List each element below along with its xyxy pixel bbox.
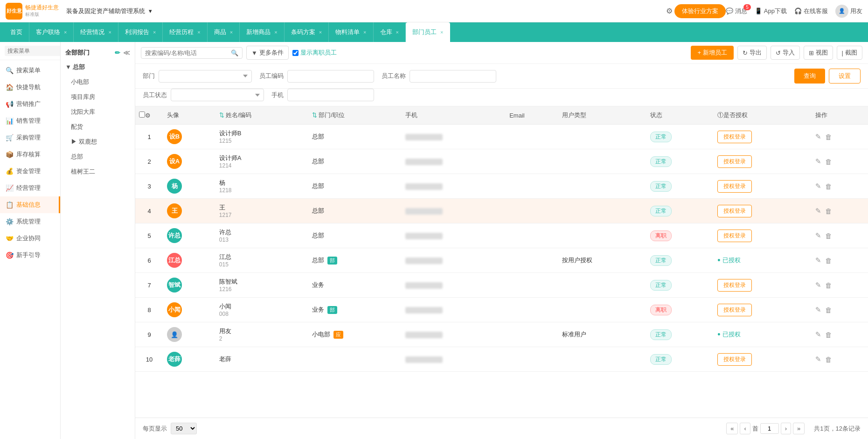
nav-tab[interactable]: 经营情况×: [74, 22, 118, 42]
message-button[interactable]: 💬 消息 5: [726, 7, 747, 15]
filter-code-input[interactable]: [287, 70, 374, 83]
more-button[interactable]: | 截图: [837, 46, 862, 60]
tab-close-icon[interactable]: ×: [197, 29, 200, 35]
edit-icon[interactable]: ✎: [815, 132, 821, 141]
dept-tree-item[interactable]: ▼ 总部: [61, 60, 135, 75]
tab-close-icon[interactable]: ×: [274, 29, 277, 35]
delete-icon[interactable]: 🗑: [825, 158, 832, 166]
delete-icon[interactable]: 🗑: [825, 306, 832, 314]
edit-icon[interactable]: ✎: [815, 330, 821, 339]
delete-icon[interactable]: 🗑: [825, 133, 832, 141]
auth-button[interactable]: 授权登录: [717, 205, 752, 217]
view-button[interactable]: ⊞ 视图: [804, 46, 833, 60]
add-employee-button[interactable]: + 新增员工: [691, 46, 733, 60]
delete-icon[interactable]: 🗑: [825, 281, 832, 289]
nav-tab[interactable]: 经营历程×: [163, 22, 207, 42]
dept-tree-item[interactable]: 项目库房: [61, 90, 135, 105]
nav-tab[interactable]: 仓库×: [374, 22, 406, 42]
more-filters-button[interactable]: ▼ 更多条件: [246, 46, 289, 60]
dept-tree-item[interactable]: 配货: [61, 119, 135, 134]
sidebar-item[interactable]: ⚙️系统管理: [0, 213, 60, 230]
show-resigned-toggle[interactable]: 显示离职员工: [292, 49, 337, 57]
tab-close-icon[interactable]: ×: [440, 29, 443, 35]
settings-icon[interactable]: ⚙: [145, 112, 151, 119]
filter-name-input[interactable]: [410, 70, 496, 83]
per-page-select[interactable]: 50 100: [171, 423, 197, 434]
prev-page-button[interactable]: ‹: [740, 423, 750, 434]
auth-button[interactable]: 授权登录: [717, 180, 752, 193]
filter-dept-select[interactable]: [159, 70, 252, 83]
page-number-input[interactable]: [760, 423, 779, 434]
sidebar-item[interactable]: 🛒采购管理: [0, 129, 60, 146]
auth-button[interactable]: 授权登录: [717, 155, 752, 168]
dept-tree-item[interactable]: 小电部: [61, 75, 135, 90]
sidebar-search-input[interactable]: [5, 46, 61, 56]
next-page-button[interactable]: ›: [781, 423, 791, 434]
auth-button[interactable]: 授权登录: [717, 131, 752, 143]
select-all-checkbox[interactable]: [139, 111, 145, 118]
tab-close-icon[interactable]: ×: [319, 29, 322, 35]
edit-icon[interactable]: ✎: [815, 281, 821, 289]
nav-tab[interactable]: 物料清单×: [329, 22, 373, 42]
sidebar-item[interactable]: 🎯新手引导: [0, 247, 60, 264]
tab-close-icon[interactable]: ×: [230, 29, 233, 35]
sidebar-item[interactable]: 📦库存核算: [0, 146, 60, 163]
import-button[interactable]: ↺ 导入: [771, 46, 800, 60]
delete-icon[interactable]: 🗑: [825, 331, 832, 339]
filter-status-select[interactable]: [171, 89, 264, 101]
delete-icon[interactable]: 🗑: [825, 232, 832, 240]
delete-icon[interactable]: 🗑: [825, 355, 832, 363]
sidebar-item[interactable]: 🤝企业协同: [0, 230, 60, 247]
tab-close-icon[interactable]: ×: [108, 29, 111, 35]
dept-tree-item[interactable]: 总部: [61, 149, 135, 164]
first-page-button[interactable]: «: [726, 423, 738, 434]
edit-icon[interactable]: ✎: [815, 182, 821, 190]
tab-close-icon[interactable]: ×: [396, 29, 399, 35]
sidebar-item[interactable]: 📋基础信息: [0, 196, 60, 213]
nav-tab[interactable]: 部门员工×: [406, 22, 450, 42]
dept-tree-item[interactable]: 沈阳大库: [61, 105, 135, 119]
nav-tab[interactable]: 客户联络×: [29, 22, 74, 42]
filter-phone-input[interactable]: [287, 89, 374, 101]
edit-icon[interactable]: ✎: [815, 231, 821, 240]
dept-collapse-icon[interactable]: ≪: [123, 49, 130, 56]
online-service-button[interactable]: 🎧 在线客服: [794, 7, 828, 15]
delete-icon[interactable]: 🗑: [825, 182, 832, 190]
nav-tab[interactable]: 首页: [4, 22, 29, 42]
edit-icon[interactable]: ✎: [815, 256, 821, 265]
app-download-button[interactable]: 📱 App下载: [755, 7, 787, 15]
search-input[interactable]: [145, 49, 229, 56]
sidebar-item[interactable]: 🔍搜索菜单: [0, 62, 60, 79]
auth-button[interactable]: 授权登录: [717, 304, 752, 316]
nav-tab[interactable]: 商品×: [208, 22, 240, 42]
user-menu[interactable]: 👤 用友: [835, 5, 862, 18]
sidebar-item[interactable]: 💰资金管理: [0, 163, 60, 180]
auth-button[interactable]: 授权登录: [717, 230, 752, 242]
sidebar-item[interactable]: 📊销售管理: [0, 112, 60, 129]
dept-edit-icon[interactable]: ✏: [115, 49, 120, 56]
edit-icon[interactable]: ✎: [815, 355, 821, 363]
auth-button[interactable]: 授权登录: [717, 279, 752, 292]
query-button[interactable]: 查询: [794, 69, 825, 84]
dept-tree-item[interactable]: ▶ 双鹿想: [61, 134, 135, 149]
sidebar-item[interactable]: 🏠快捷导航: [0, 79, 60, 96]
nav-tab[interactable]: 新增商品×: [240, 22, 284, 42]
delete-icon[interactable]: 🗑: [825, 207, 832, 215]
set-button[interactable]: 设置: [829, 69, 861, 84]
edit-icon[interactable]: ✎: [815, 306, 821, 314]
sidebar-item[interactable]: 📢营销推广: [0, 96, 60, 112]
last-page-button[interactable]: »: [793, 423, 805, 434]
delete-icon[interactable]: 🗑: [825, 257, 832, 265]
gear-button[interactable]: ⚙: [664, 5, 674, 17]
tab-close-icon[interactable]: ×: [363, 29, 366, 35]
edit-icon[interactable]: ✎: [815, 207, 821, 215]
trial-button[interactable]: 体验行业方案: [674, 4, 726, 18]
auth-button[interactable]: 授权登录: [717, 353, 752, 366]
export-button[interactable]: ↻ 导出: [737, 46, 767, 60]
sidebar-item[interactable]: 📈经营管理: [0, 180, 60, 196]
edit-icon[interactable]: ✎: [815, 157, 821, 166]
dept-tree-item[interactable]: 植树王二: [61, 164, 135, 179]
tab-close-icon[interactable]: ×: [64, 29, 67, 35]
nav-tab[interactable]: 利润报告×: [118, 22, 163, 42]
show-resigned-checkbox[interactable]: [292, 50, 299, 56]
